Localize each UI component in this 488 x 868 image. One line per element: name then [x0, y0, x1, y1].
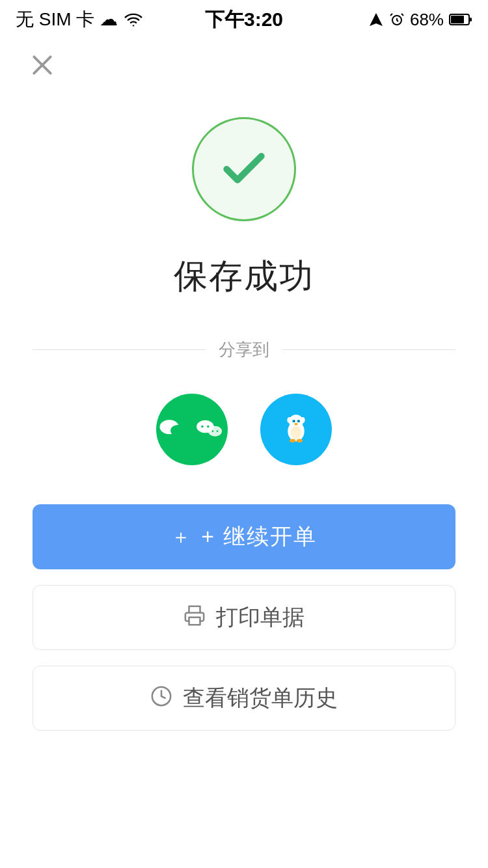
clock-icon: [150, 685, 172, 712]
svg-point-27: [300, 417, 305, 423]
print-icon: [183, 604, 206, 631]
nav-bar: [0, 39, 488, 91]
success-icon-circle: [192, 117, 296, 221]
status-right: 68%: [368, 10, 472, 30]
sim-label: 无 SIM 卡 ☁: [16, 7, 118, 32]
share-label: 分享到: [219, 338, 269, 361]
share-wechat-button[interactable]: [156, 394, 228, 465]
svg-point-24: [290, 439, 295, 442]
location-icon: [368, 12, 384, 27]
battery-icon: [449, 13, 472, 26]
status-left: 无 SIM 卡 ☁: [16, 7, 142, 32]
share-qq-button[interactable]: [260, 394, 332, 465]
svg-point-0: [133, 25, 134, 26]
svg-point-25: [297, 439, 303, 442]
svg-point-15: [217, 430, 219, 432]
qq-icon: [277, 410, 316, 449]
wifi-icon: [124, 10, 142, 29]
svg-rect-28: [189, 617, 200, 624]
status-bar: 无 SIM 卡 ☁ 下午3:20 68%: [0, 0, 488, 39]
divider-right: [282, 349, 455, 350]
battery-label: 68%: [410, 10, 444, 30]
svg-point-23: [291, 426, 301, 439]
continue-label: + 继续开单: [201, 522, 316, 552]
alarm-icon: [389, 12, 405, 27]
svg-point-20: [293, 420, 295, 422]
divider-left: [33, 349, 206, 350]
checkmark-icon: [218, 143, 270, 195]
print-button[interactable]: 打印单据: [33, 585, 455, 650]
main-content: 保存成功 分享到: [0, 91, 488, 868]
svg-point-12: [201, 426, 204, 428]
svg-point-14: [212, 430, 214, 432]
divider-row: 分享到: [33, 338, 455, 361]
print-label: 打印单据: [216, 603, 305, 632]
svg-point-13: [207, 426, 210, 428]
action-buttons: ＋ + 继续开单 打印单据 查看销货单历史: [33, 504, 455, 731]
svg-point-22: [294, 423, 297, 426]
svg-point-26: [287, 417, 291, 423]
svg-point-21: [299, 420, 300, 422]
history-label: 查看销货单历史: [183, 683, 338, 713]
wechat-icon: [156, 410, 192, 449]
continue-button[interactable]: ＋ + 继续开单: [33, 504, 455, 569]
close-button[interactable]: [26, 49, 59, 81]
plus-icon: ＋: [171, 524, 191, 550]
share-icons: [156, 394, 332, 465]
wechat-logo: [192, 410, 228, 449]
share-section: 分享到: [33, 338, 455, 465]
success-title: 保存成功: [174, 254, 314, 299]
svg-point-11: [208, 426, 222, 437]
status-time: 下午3:20: [205, 7, 283, 33]
svg-rect-4: [470, 18, 472, 21]
svg-rect-3: [451, 16, 464, 23]
history-button[interactable]: 查看销货单历史: [33, 666, 455, 731]
